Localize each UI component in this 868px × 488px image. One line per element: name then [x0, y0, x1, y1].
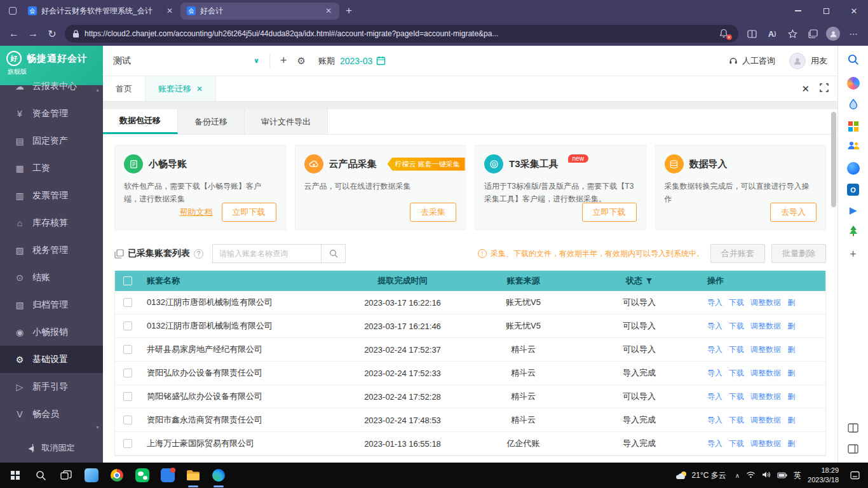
wechat-icon[interactable] [130, 463, 155, 488]
notification-center-icon[interactable] [844, 463, 865, 488]
close-window-button[interactable]: ✕ [840, 0, 868, 22]
sidebar-unpin-button[interactable]: ◀▏ 取消固定 [0, 433, 103, 463]
row-checkbox[interactable] [123, 416, 132, 424]
edge-icon[interactable] [206, 463, 231, 488]
delete-link[interactable]: 删除 [787, 322, 795, 330]
sidebar-item-结账[interactable]: ⊙ 结账 [0, 264, 103, 291]
battery-icon[interactable] [777, 470, 787, 481]
close-tab-icon[interactable]: ✕ [196, 85, 203, 93]
help-doc-link[interactable]: 帮助文档 [180, 207, 213, 218]
sidebar-item-库存核算[interactable]: ⌂ 库存核算 [0, 209, 103, 236]
browser-tab-2[interactable]: 会 好会计 ✕ [180, 3, 339, 20]
browser-menu-icon[interactable]: ⋯ [846, 29, 860, 39]
forward-icon[interactable]: → [27, 28, 39, 39]
app-icon-blue[interactable] [155, 463, 180, 488]
import-link[interactable]: 导入 [707, 345, 722, 354]
download-link[interactable]: 下载 [729, 439, 744, 448]
weather-widget[interactable]: 21°C 多云 [675, 470, 726, 481]
sidebar-item-资金管理[interactable]: ¥ 资金管理 [0, 100, 103, 127]
sidebar-item-小畅报销[interactable]: ◉ 小畅报销 [0, 318, 103, 346]
sidebar-scroll-down-icon[interactable]: ▼ [95, 425, 100, 430]
start-icon[interactable] [3, 463, 28, 488]
download-link[interactable]: 下载 [729, 392, 744, 401]
tab-close-icon[interactable]: ✕ [165, 6, 174, 15]
support-button[interactable]: 人工咨询 [728, 55, 775, 67]
delete-link[interactable]: 删除 [787, 392, 795, 401]
download-link[interactable]: 下载 [729, 298, 744, 307]
search-input[interactable] [212, 244, 322, 263]
content-scrollbar[interactable] [831, 112, 836, 455]
discover-icon[interactable] [847, 77, 860, 90]
download-link[interactable]: 下载 [729, 416, 744, 424]
sidebar-item-税务管理[interactable]: ▨ 税务管理 [0, 236, 103, 264]
merge-accounts-button[interactable]: 合并账套 [710, 244, 765, 263]
download-link[interactable]: 下载 [729, 369, 744, 377]
app-icon-sky[interactable] [79, 463, 104, 488]
row-checkbox[interactable] [123, 298, 132, 307]
import-link[interactable]: 导入 [707, 369, 722, 377]
import-link[interactable]: 导入 [707, 416, 722, 424]
download-link[interactable]: 下载 [729, 322, 744, 330]
language-indicator[interactable]: 英 [794, 470, 801, 481]
delete-link[interactable]: 删除 [787, 439, 795, 448]
messenger-icon[interactable] [847, 162, 860, 175]
notifications-blocked-icon[interactable]: ✕ [719, 29, 731, 39]
delete-link[interactable]: 删除 [787, 416, 795, 424]
adjust-data-link[interactable]: 调整数据 [750, 298, 781, 307]
go-collect-button[interactable]: 去采集 [410, 203, 456, 222]
download-link[interactable]: 下载 [729, 345, 744, 354]
sidebar-item-固定资产[interactable]: ▤ 固定资产 [0, 127, 103, 154]
search-icon[interactable] [847, 53, 859, 68]
download-now-button[interactable]: 立即下载 [222, 203, 276, 222]
close-page-icon[interactable]: ✕ [801, 83, 810, 95]
collections-icon[interactable] [806, 29, 820, 38]
maximize-button[interactable] [812, 0, 840, 22]
read-aloud-icon[interactable]: A) [765, 29, 779, 39]
account-select[interactable]: 测试 ∨ [113, 55, 259, 67]
adjust-data-link[interactable]: 调整数据 [750, 322, 781, 330]
period-value[interactable]: 2023-03 [340, 56, 372, 66]
hidden-icons-icon[interactable]: ∧ [735, 472, 740, 479]
sidebar-scroll-up-icon[interactable]: ▲ [95, 88, 100, 92]
row-checkbox[interactable] [123, 322, 132, 330]
tab-close-icon[interactable]: ✕ [324, 6, 333, 15]
sidebar-item-归档管理[interactable]: ▧ 归档管理 [0, 291, 103, 318]
import-link[interactable]: 导入 [707, 392, 722, 401]
split-screen-icon[interactable] [745, 30, 759, 38]
tab-backup-migrate[interactable]: 备份迁移 [178, 109, 245, 134]
adjust-data-link[interactable]: 调整数据 [750, 369, 781, 377]
microsoft365-icon[interactable] [848, 121, 858, 132]
outlook-icon[interactable]: O [847, 184, 859, 196]
new-tab-icon[interactable]: + [339, 4, 358, 17]
folder-icon[interactable] [180, 463, 206, 488]
filter-icon[interactable] [646, 278, 653, 285]
taskbar-clock[interactable]: 18:29 2023/3/18 [808, 466, 839, 485]
delete-link[interactable]: 删除 [787, 298, 795, 307]
page-tab-home[interactable]: 首页 [103, 76, 146, 101]
scrollbar-thumb[interactable] [831, 112, 836, 207]
favorites-icon[interactable] [785, 29, 799, 39]
browser-profile-avatar[interactable] [826, 27, 840, 41]
calendar-icon[interactable] [376, 56, 386, 65]
user-avatar[interactable] [789, 53, 806, 69]
adjust-data-link[interactable]: 调整数据 [750, 416, 781, 424]
browser-tab-1[interactable]: 会 好会计云财务软件管理系统_会计 ✕ [22, 3, 180, 20]
sidebar-item-基础设置[interactable]: ⚙ 基础设置 [0, 346, 103, 373]
sidebar-item-工资[interactable]: ▦ 工资 [0, 154, 103, 182]
row-checkbox[interactable] [123, 439, 132, 448]
download-now-button[interactable]: 立即下载 [582, 203, 637, 222]
adjust-data-link[interactable]: 调整数据 [750, 439, 781, 448]
select-all-checkbox[interactable] [123, 276, 132, 285]
add-apps-icon[interactable]: + [850, 248, 857, 261]
gear-icon[interactable]: ⚙ [297, 55, 306, 67]
adjust-data-link[interactable]: 调整数据 [750, 345, 781, 354]
row-checkbox[interactable] [123, 392, 132, 401]
sidebar-item-畅会员[interactable]: Ⅴ 畅会员 [0, 400, 103, 428]
row-checkbox[interactable] [123, 345, 132, 354]
panel-settings-icon[interactable] [848, 444, 858, 456]
drop-icon[interactable] [848, 98, 858, 112]
go-import-button[interactable]: 去导入 [770, 203, 817, 222]
tree-icon[interactable] [848, 225, 858, 239]
minimize-button[interactable] [784, 0, 812, 22]
tab-audit-export[interactable]: 审计文件导出 [245, 109, 328, 134]
